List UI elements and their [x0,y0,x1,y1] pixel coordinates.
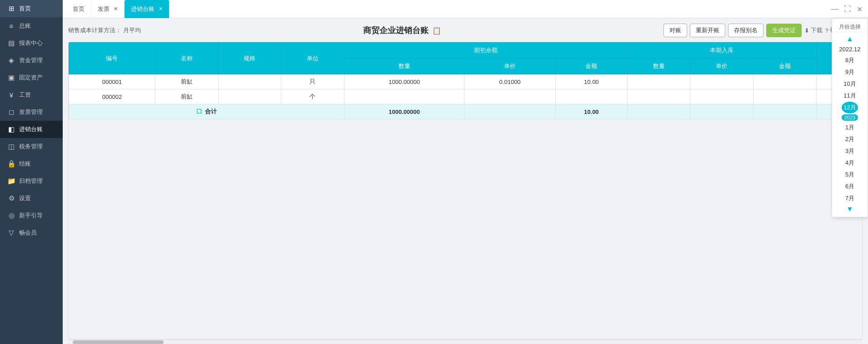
row1-code: 000001 [69,74,155,89]
row1-name: 前缸 [155,74,218,89]
sidebar-item-archive[interactable]: 📁 归档管理 [0,172,63,190]
subtotal-in-amount [753,104,817,119]
sidebar-item-tax[interactable]: ◫ 税务管理 [0,138,63,155]
row2-in-price [690,89,753,104]
download-button[interactable]: ⬇ 下载 [804,26,823,34]
month-3[interactable]: 3月 [832,145,868,157]
row2-in-amount [753,89,817,104]
col-init-qty: 数量 [344,59,464,74]
col-group-init: 期初余额 [344,43,627,59]
reconcile-button[interactable]: 对账 [663,24,687,37]
row2-init-price [464,89,556,104]
col-unit: 单位 [281,43,344,74]
subtotal-init-qty: 1000.00000 [344,104,464,119]
subtotal-row: ☐ 合计 1000.00000 10.00 [69,104,862,119]
salary-icon: ¥ [7,91,15,99]
sidebar-item-home[interactable]: ⊞ 首页 [0,0,63,17]
month-5[interactable]: 5月 [832,169,868,181]
sidebar: ⊞ 首页 ≡ 总账 ▤ 报表中心 ◈ 资金管理 ▣ 固定资产 ¥ 工资 ◻ 发票… [0,0,63,344]
month-panel-title: 月份选择 [832,21,868,32]
sidebar-item-purchase-sale[interactable]: ◧ 进销台账 [0,121,63,138]
tab-purchase-sale[interactable]: 进销台账 ✕ [125,0,170,18]
col-init-amount: 金额 [555,59,627,74]
main-area: 首页 发票 ✕ 进销台账 ✕ — ⛶ ✕ 销售成本计算方法： 月平均 商贸企业进… [63,0,868,344]
row2-spec [218,89,281,104]
funds-icon: ◈ [7,56,15,64]
month-year-2022: 2022.12 [832,44,868,54]
purchase-sale-icon: ◧ [7,125,15,133]
gear-icon: ⚙ [7,194,15,202]
subtotal-label: ☐ 合计 [69,104,344,119]
sidebar-item-close[interactable]: 🔒 结账 [0,155,63,172]
sidebar-item-assets[interactable]: ▣ 固定资产 [0,69,63,86]
tab-purchase-sale-close[interactable]: ✕ [159,6,163,12]
page-title-area: 商贸企业进销台账 📋 [141,25,663,36]
year-2023-badge: 2023 [842,114,858,121]
table-wrapper: 编号 名称 规格 单位 期初余额 本期入库 数 数量 单价 金额 数量 单价 [68,42,863,339]
row1-spec [218,74,281,89]
sidebar-item-invoice[interactable]: ◻ 发票管理 [0,103,63,121]
sidebar-item-ledger[interactable]: ≡ 总账 [0,17,63,34]
month-nav-up-button[interactable]: ▲ [844,35,855,43]
row1-in-qty [627,74,690,89]
row1-init-amount: 10.00 [555,74,627,89]
month-2[interactable]: 2月 [832,133,868,145]
maximize-button[interactable]: ⛶ [842,4,853,14]
sidebar-item-settings[interactable]: ⚙ 设置 [0,190,63,207]
download-icon: ⬇ [804,27,809,34]
month-12[interactable]: 12月 [842,102,858,113]
table-row: 000002 前缸 个 [69,89,862,104]
window-close-button[interactable]: ✕ [855,4,864,14]
subtotal-init-amount: 10.00 [555,104,627,119]
tab-bar: 首页 发票 ✕ 进销台账 ✕ — ⛶ ✕ [63,0,868,18]
scrollbar-thumb[interactable] [73,340,164,344]
tab-invoice[interactable]: 发票 ✕ [91,0,125,18]
generate-button[interactable]: 生成凭证 [766,24,802,37]
month-6[interactable]: 6月 [832,181,868,192]
archive-icon: 📁 [7,177,15,185]
month-4[interactable]: 4月 [832,157,868,169]
sidebar-item-member[interactable]: ▽ 畅会员 [0,224,63,241]
sidebar-item-funds[interactable]: ◈ 资金管理 [0,52,63,69]
minimize-button[interactable]: — [829,4,840,14]
row2-name: 前缸 [155,89,218,104]
toolbar-row: 销售成本计算方法： 月平均 商贸企业进销台账 📋 对账 重新开账 存报别名 生成… [68,24,863,37]
help-icon: ? [825,27,828,34]
reports-icon: ▤ [7,39,15,47]
reopen-button[interactable]: 重新开账 [690,24,725,37]
month-panel: 月份选择 ▲ 2022.12 8月 9月 10月 11月 12月 2023 1月… [832,18,868,217]
row1-in-amount [753,74,817,89]
month-9[interactable]: 9月 [832,66,868,78]
col-spec: 规格 [218,43,281,74]
subtotal-init-price [464,104,556,119]
row1-unit: 只 [281,74,344,89]
sidebar-item-reports[interactable]: ▤ 报表中心 [0,34,63,52]
guide-icon: ◎ [7,211,15,220]
row1-init-price: 0.01000 [464,74,556,89]
sidebar-item-salary[interactable]: ¥ 工资 [0,86,63,103]
row2-unit: 个 [281,89,344,104]
tab-home[interactable]: 首页 [66,0,91,18]
tab-invoice-close[interactable]: ✕ [114,6,118,12]
month-nav-down-button[interactable]: ▼ [844,205,855,213]
row1-init-qty: 1000.00000 [344,74,464,89]
col-name: 名称 [155,43,218,74]
month-7[interactable]: 7月 [832,192,868,204]
month-8[interactable]: 8月 [832,54,868,66]
table-row: 000001 前缸 只 1000.00000 0.01000 10.00 [69,74,862,89]
horizontal-scrollbar[interactable] [68,339,863,344]
month-10[interactable]: 10月 [832,78,868,90]
bookmark-icon[interactable]: 📋 [432,26,441,35]
close-account-icon: 🔒 [7,160,15,168]
col-init-price: 单价 [464,59,556,74]
col-in-qty: 数量 [627,59,690,74]
sidebar-item-guide[interactable]: ◎ 新手引导 [0,207,63,224]
cost-method: 销售成本计算方法： 月平均 [68,26,141,34]
content-area: 销售成本计算方法： 月平均 商贸企业进销台账 📋 对账 重新开账 存报别名 生成… [63,18,868,344]
row2-in-qty [627,89,690,104]
month-nav-down: ▼ [832,204,868,214]
save-as-button[interactable]: 存报别名 [728,24,763,37]
home-icon: ⊞ [7,5,15,13]
month-1[interactable]: 1月 [832,122,868,133]
month-11[interactable]: 11月 [832,90,868,102]
